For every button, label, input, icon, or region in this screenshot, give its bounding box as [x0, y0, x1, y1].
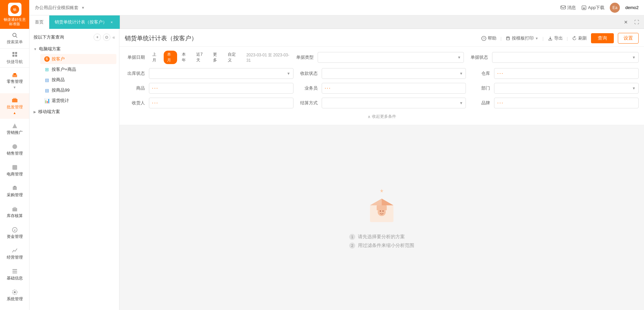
svg-rect-6	[12, 55, 14, 57]
sidebar-item-marketing[interactable]: 营销推广	[0, 119, 29, 140]
brand-dots: ···	[497, 100, 503, 106]
return-stats-icon: 📊	[44, 98, 50, 103]
tab-home[interactable]: 首页	[30, 15, 49, 29]
svg-rect-11	[13, 98, 16, 100]
filter-row-2: 出库状态 ▼ 收款状态 ▼ 仓库 ···	[125, 68, 639, 79]
print-label: 按模板打印	[512, 35, 534, 41]
tree-item-by-product99[interactable]: ▤ 按商品99	[40, 85, 116, 95]
svg-marker-51	[380, 189, 384, 193]
avatar[interactable]: Ea	[610, 3, 620, 13]
department-label: 部门	[470, 85, 490, 91]
order-status-select[interactable]: ▼	[492, 52, 639, 63]
tree-group-mobile-header[interactable]: ▶ 移动端方案	[30, 107, 119, 116]
date-tab-custom[interactable]: 自定义	[224, 51, 241, 64]
collapse-label: 收起更多条件	[372, 114, 396, 119]
sidebar-label-finance: 资金管理	[7, 234, 23, 240]
tree-item-by-product[interactable]: ▤ 按商品	[40, 75, 116, 85]
sidebar-item-system[interactable]: 系统管理	[0, 285, 29, 306]
sidebar-label-retail: 零售管理	[7, 79, 23, 85]
sidebar-item-operations[interactable]: 经营管理	[0, 244, 29, 264]
search-menu-item[interactable]: 搜索菜单	[0, 29, 29, 49]
svg-rect-36	[561, 6, 566, 9]
date-tab-this-month[interactable]: 本月	[164, 51, 177, 64]
sidebar-item-purchase[interactable]: 采购管理	[0, 181, 29, 202]
sidebar-item-finance[interactable]: ¥ 资金管理	[0, 223, 29, 244]
add-scheme-button[interactable]: +	[94, 34, 101, 41]
sidebar-item-retail[interactable]: 零售管理 ▼	[0, 68, 29, 93]
sidebar-label-sales: 销售管理	[7, 151, 23, 156]
message-action[interactable]: 消息	[560, 5, 576, 11]
settlement-arrow: ▼	[459, 101, 463, 105]
by-product99-label: 按商品99	[52, 87, 69, 93]
empty-tip-1: 1 请先选择要分析的方案	[349, 234, 414, 240]
collapse-filter-button[interactable]: ∧ 收起更多条件	[362, 112, 401, 121]
logo-area[interactable]: 畅 畅捷通好生意 标准版	[0, 0, 29, 29]
refresh-action[interactable]: 刷新	[572, 35, 587, 41]
query-button[interactable]: 查询	[591, 33, 614, 43]
page-title-bar: 销货单统计计表（按客户） ? 帮助 | 按模板打印 ▼ |	[119, 29, 644, 47]
tab-close-button[interactable]: ×	[109, 19, 114, 25]
tree-group-mobile-arrow: ▶	[34, 110, 36, 114]
collapse-panel-button[interactable]: «	[112, 35, 115, 40]
sidebar-item-basic[interactable]: 基础信息	[0, 264, 29, 285]
salesperson-select[interactable]: ···	[322, 83, 466, 94]
customer-product-label: 按客户+商品	[52, 66, 76, 72]
settlement-select[interactable]: ▼	[322, 98, 466, 108]
scheme-tree: ▼ 电脑端方案 客 按客户 ⊞ 按客户+商品 ▤	[30, 43, 119, 119]
quick-nav-item[interactable]: 快捷导航	[0, 49, 29, 68]
quick-nav-label: 快捷导航	[0, 59, 29, 65]
svg-rect-23	[12, 272, 17, 273]
date-tab-this-year[interactable]: 本年	[178, 51, 192, 64]
refresh-label: 刷新	[578, 35, 587, 41]
tab-maximize-button[interactable]: ⛶	[632, 17, 641, 27]
app-download-action[interactable]: App下载	[581, 5, 604, 11]
tree-group-desktop-header[interactable]: ▼ 电脑端方案	[30, 44, 119, 54]
header-left: 办公用品行业模拟账套 ▼	[35, 5, 85, 11]
date-tab-last-month[interactable]: 上月	[149, 51, 162, 64]
out-status-select[interactable]: ▼	[149, 68, 293, 79]
brand-select[interactable]: ···	[494, 98, 639, 108]
svg-rect-8	[12, 74, 17, 77]
sidebar-label-wholesale: 批发管理	[7, 104, 23, 110]
order-status-arrow: ▼	[632, 55, 636, 59]
divider1: |	[500, 36, 501, 41]
tree-group-desktop-arrow: ▼	[34, 47, 37, 51]
tree-item-return-stats[interactable]: 📊 退货统计	[40, 96, 116, 106]
recipient-select[interactable]: ···	[149, 98, 293, 108]
date-tab-more[interactable]: 更多	[210, 51, 223, 64]
sidebar-item-ecommerce[interactable]: 电商管理	[0, 160, 29, 181]
header-dropdown-arrow[interactable]: ▼	[81, 6, 85, 10]
sidebar-item-enterprise[interactable]: 企业协同	[0, 306, 29, 310]
svg-point-50	[382, 210, 384, 212]
by-product99-icon: ▤	[44, 88, 50, 93]
tab-active[interactable]: 销货单统计计表（按客户） ×	[49, 15, 120, 29]
sidebar-item-wholesale[interactable]: 批发管理 ▲	[0, 93, 29, 119]
warehouse-select[interactable]: ···	[494, 68, 639, 79]
payment-status-label: 收款状态	[298, 70, 318, 76]
sidebar-item-inventory[interactable]: 库存核算	[0, 202, 29, 223]
edit-scheme-button[interactable]: ⊙	[103, 34, 110, 41]
print-action[interactable]: 按模板打印 ▼	[505, 35, 538, 41]
print-dropdown[interactable]: ▼	[535, 37, 538, 40]
order-type-select[interactable]: ▼	[318, 52, 464, 63]
svg-rect-7	[15, 55, 17, 57]
settings-button[interactable]: 设置	[618, 33, 639, 44]
department-select[interactable]: ▼	[494, 83, 639, 94]
sidebar-label-purchase: 采购管理	[7, 192, 23, 198]
help-action[interactable]: ? 帮助	[481, 35, 496, 41]
export-action[interactable]: 导出	[548, 35, 563, 41]
date-range-display: 2023-03-01 至 2023-03-31	[246, 52, 289, 63]
svg-point-13	[12, 144, 17, 149]
sidebar-label-ecommerce: 电商管理	[7, 171, 23, 177]
tree-item-by-customer[interactable]: 客 按客户	[40, 54, 116, 64]
filter-area: 单据日期 上月 本月 本年 近7天 更多 自定义 2023-03-01 至 20…	[119, 47, 644, 125]
payment-status-select[interactable]: ▼	[322, 68, 466, 79]
divider2: |	[542, 36, 543, 41]
tree-item-customer-product[interactable]: ⊞ 按客户+商品	[40, 64, 116, 74]
sidebar-item-sales[interactable]: 销售管理	[0, 140, 29, 160]
product-select[interactable]: ···	[149, 83, 293, 94]
brand-label: 品牌	[470, 100, 490, 106]
tab-close-window-button[interactable]: ✕	[621, 17, 631, 27]
date-tab-7days[interactable]: 近7天	[193, 51, 208, 64]
svg-rect-18	[13, 207, 16, 208]
